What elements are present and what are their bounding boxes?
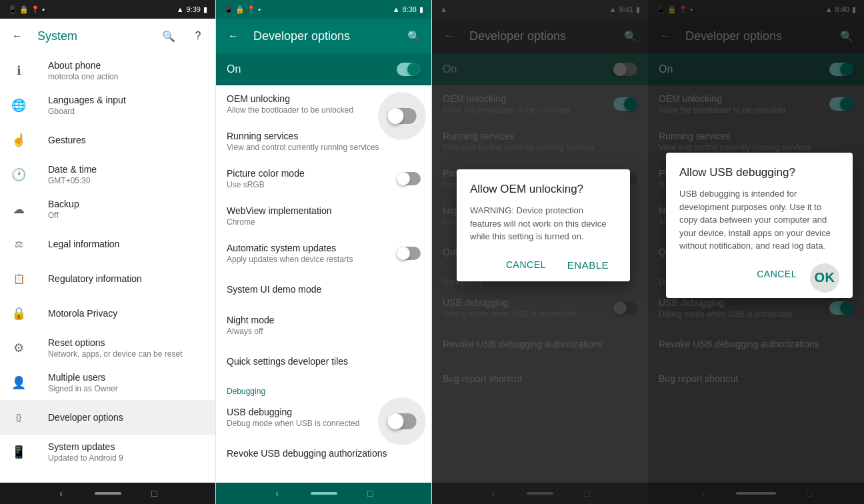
nav-bar-left: ‹ □ — [0, 483, 215, 504]
usb-ok-button[interactable]: OK — [810, 263, 839, 293]
autoupdate-subtitle: Apply updates when device restarts — [227, 255, 397, 264]
oem-dialog-panel: ▲ ▲ 9:41 ▮ ← Developer options 🔍 On — [432, 0, 648, 504]
usbdebug-subtitle: Debug mode when USB is connected — [227, 419, 397, 428]
backup-icon: ☁ — [11, 201, 27, 217]
dev-item-quicktiles[interactable]: Quick settings developer tiles — [216, 344, 431, 379]
nav-recents-left[interactable]: □ — [148, 487, 161, 500]
oem-dialog-actions: Cancel Enable — [470, 254, 617, 276]
dev-app-bar: ← Developer options 🔍 — [216, 19, 431, 53]
notification-icons-mid: 📱 🔒 📍 • — [224, 5, 261, 14]
autoupdate-title: Automatic system updates — [227, 243, 397, 253]
status-icons-mid-right: ▲ 8:38 ▮ — [393, 5, 423, 14]
reset-title: Reset options — [48, 337, 205, 348]
usb-dialog-actions: Cancel OK — [679, 263, 839, 293]
picture-subtitle: Use sRGB — [227, 180, 397, 189]
app-bar-title: System — [37, 29, 149, 43]
sidebar-item-sysupdates[interactable]: 📱 System updates Updated to Android 9 — [0, 435, 215, 469]
system-settings-panel: 📱 🔒 📍 • ▲ 9:39 ▮ ← System 🔍 ? ℹ About ph… — [0, 0, 216, 504]
sidebar-item-datetime[interactable]: 🕐 Date & time GMT+05:30 — [0, 157, 215, 192]
sysupdates-title: System updates — [48, 441, 205, 452]
dev-back-button[interactable]: ← — [224, 27, 243, 45]
dev-item-autoupdate[interactable]: Automatic system updates Apply updates w… — [216, 235, 431, 272]
users-subtitle: Signed in as Owner — [48, 384, 205, 393]
search-button[interactable]: 🔍 — [159, 27, 178, 45]
languages-title: Languages & input — [48, 95, 205, 105]
nav-back-left[interactable]: ‹ — [55, 487, 68, 500]
running-subtitle: View and control currently running servi… — [227, 143, 421, 152]
sidebar-item-about[interactable]: ℹ About phone motorola one action — [0, 53, 215, 88]
battery-icon: ▮ — [203, 5, 207, 14]
oem-enable-button[interactable]: Enable — [559, 254, 617, 276]
oem-cancel-button[interactable]: Cancel — [498, 254, 554, 276]
usb-dialog-panel: 📱 🔒 📍 • ▲ 8:40 ▮ ← Developer options 🔍 O… — [648, 0, 864, 504]
datetime-title: Date & time — [48, 164, 205, 175]
info-icon: ℹ — [11, 63, 27, 79]
sidebar-item-motorola-privacy[interactable]: 🔒 Motorola Privacy — [0, 296, 215, 331]
usb-dialog-overlay: Allow USB debugging? USB debugging is in… — [648, 0, 864, 504]
legal-icon: ⚖ — [11, 236, 27, 252]
usb-toggle-circle[interactable] — [387, 413, 416, 429]
sidebar-item-reset[interactable]: ⚙ Reset options Network, apps, or device… — [0, 331, 215, 365]
help-button[interactable]: ? — [189, 27, 207, 45]
status-icons-right: ▲ 9:39 ▮ — [177, 5, 207, 14]
sidebar-item-users[interactable]: 👤 Multiple users Signed in as Owner — [0, 365, 215, 400]
updates-icon: 📱 — [11, 444, 27, 460]
usbdebug-title: USB debugging — [227, 407, 397, 417]
legal-title: Legal information — [48, 239, 205, 249]
oem-dialog-title: Allow OEM unlocking? — [470, 183, 617, 196]
dev-main-toggle[interactable] — [397, 63, 421, 76]
dev-on-row[interactable]: On — [216, 53, 431, 85]
status-icons-mid-left: 📱 🔒 📍 • — [224, 5, 261, 14]
nav-home-left[interactable] — [95, 492, 121, 495]
picture-toggle[interactable] — [397, 172, 421, 185]
dev-search-button[interactable]: 🔍 — [405, 27, 423, 45]
users-icon: 👤 — [11, 375, 27, 391]
battery-mid: ▮ — [419, 5, 423, 14]
dev-item-nightmode[interactable]: Night mode Always off — [216, 307, 431, 344]
dev-item-webview[interactable]: WebView implementation Chrome — [216, 197, 431, 235]
dev-item-picture[interactable]: Picture color mode Use sRGB — [216, 160, 431, 197]
dev-main-toggle-thumb — [407, 63, 421, 76]
sidebar-item-developer[interactable]: {} Developer options — [0, 400, 215, 435]
dev-item-bugreport[interactable]: Bug report shortcut — [216, 471, 431, 483]
developer-icon: {} — [11, 409, 27, 425]
reset-subtitle: Network, apps, or device can be reset — [48, 349, 205, 359]
sidebar-item-gestures[interactable]: ☝ Gestures — [0, 123, 215, 157]
nav-back-mid[interactable]: ‹ — [271, 487, 284, 500]
usb-dialog-body: USB debugging is intended for developmen… — [679, 187, 839, 253]
oem-dialog-body: WARNING: Device protection features will… — [470, 204, 617, 243]
nav-recents-mid[interactable]: □ — [364, 487, 377, 500]
languages-icon: 🌐 — [11, 97, 27, 113]
oem-dialog-overlay: Allow OEM unlocking? WARNING: Device pro… — [432, 0, 648, 504]
notification-icons: 📱 🔒 📍 • — [8, 5, 45, 14]
autoupdate-toggle[interactable] — [397, 247, 421, 260]
oem-title: OEM unlocking — [227, 93, 397, 104]
gestures-icon: ☝ — [11, 132, 27, 148]
reset-icon: ⚙ — [11, 340, 27, 356]
usb-dialog-title: Allow USB debugging? — [679, 166, 839, 179]
sidebar-item-legal[interactable]: ⚖ Legal information — [0, 227, 215, 261]
back-button[interactable]: ← — [8, 27, 27, 45]
sidebar-item-backup[interactable]: ☁ Backup Off — [0, 192, 215, 227]
dev-on-label: On — [227, 63, 397, 75]
dev-item-uidemo[interactable]: System UI demo mode — [216, 272, 431, 307]
sysupdates-subtitle: Updated to Android 9 — [48, 453, 205, 463]
about-title: About phone — [48, 60, 205, 71]
usb-cancel-button[interactable]: Cancel — [749, 263, 805, 293]
settings-list: ℹ About phone motorola one action 🌐 Lang… — [0, 53, 215, 483]
revoke-title: Revoke USB debugging authorizations — [227, 448, 421, 459]
sidebar-item-languages[interactable]: 🌐 Languages & input Gboard — [0, 88, 215, 123]
developer-options-panel: 📱 🔒 📍 • ▲ 8:38 ▮ ← Developer options 🔍 O… — [216, 0, 432, 504]
nav-home-mid[interactable] — [311, 492, 337, 495]
wifi-icon: ▲ — [177, 5, 184, 13]
nightmode-title: Night mode — [227, 315, 421, 325]
quicktiles-title: Quick settings developer tiles — [227, 356, 421, 367]
privacy-title: Motorola Privacy — [48, 308, 205, 319]
languages-subtitle: Gboard — [48, 107, 205, 116]
sidebar-item-regulatory[interactable]: 📋 Regulatory information — [0, 261, 215, 296]
dev-app-bar-title: Developer options — [253, 29, 394, 43]
regulatory-title: Regulatory information — [48, 273, 205, 284]
backup-title: Backup — [48, 199, 205, 209]
privacy-icon: 🔒 — [11, 305, 27, 321]
oem-dialog: Allow OEM unlocking? WARNING: Device pro… — [457, 169, 630, 281]
